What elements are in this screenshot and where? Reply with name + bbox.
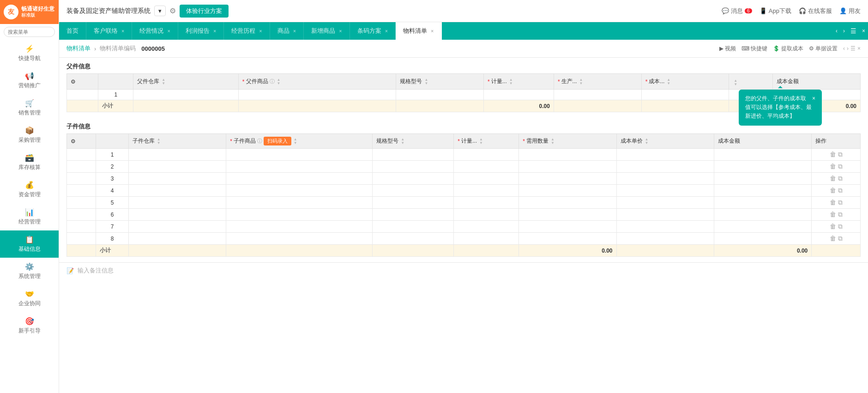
nav-prev-icon[interactable]: ‹ [843,45,845,52]
child-row-product-4[interactable] [226,185,373,197]
tab-home[interactable]: 首页 [59,22,86,40]
tab-history[interactable]: 经营历程 × [224,22,270,40]
tab-new-product-close[interactable]: × [339,28,342,34]
delete-icon-2[interactable]: 🗑 [830,163,836,170]
tab-customer[interactable]: 客户联络 × [86,22,132,40]
sidebar-item-purchase[interactable]: 📦 采购管理 [0,121,59,149]
tab-history-close[interactable]: × [259,28,262,34]
child-row-unit-5[interactable] [454,197,519,209]
app-download-item[interactable]: 📱 App下载 [760,7,791,15]
doc-settings-action[interactable]: ⚙ 单据设置 [809,45,838,53]
copy-icon-8[interactable]: ⧉ [838,235,843,242]
child-row-product-5[interactable] [226,197,373,209]
child-row-spec-2[interactable] [373,161,454,173]
system-dropdown[interactable]: ▾ [154,6,166,16]
child-row-unit-cost-2[interactable] [616,161,714,173]
copy-icon-1[interactable]: ⧉ [838,151,843,158]
sidebar-item-sales[interactable]: 🛒 销售管理 [0,94,59,121]
tooltip-close-button[interactable]: × [812,94,815,103]
sidebar-item-marketing[interactable]: 📢 营销推广 [0,67,59,94]
tab-profit[interactable]: 利润报告 × [178,22,224,40]
child-row-unit-6[interactable] [454,209,519,221]
trial-button[interactable]: 体验行业方案 [180,5,229,18]
delete-icon-1[interactable]: 🗑 [830,151,836,158]
child-row-warehouse-7[interactable] [128,221,226,233]
delete-icon-6[interactable]: 🗑 [830,211,836,218]
cost-action[interactable]: 💲 提取成本 [773,45,803,53]
sidebar-item-inventory[interactable]: 🗃️ 库存核算 [0,149,59,176]
sidebar-item-quick-nav[interactable]: ⚡ 快捷导航 [0,40,59,67]
child-row-unit-cost-1[interactable] [616,149,714,161]
child-row-warehouse-5[interactable] [128,197,226,209]
nav-list-icon[interactable]: ☰ [850,45,856,52]
delete-icon-3[interactable]: 🗑 [830,175,836,182]
parent-row-cost[interactable] [641,90,729,100]
breadcrumb-link[interactable]: 物料清单 [66,44,90,53]
tab-customer-close[interactable]: × [121,28,124,34]
child-row-unit-cost-4[interactable] [616,185,714,197]
child-row-unit-2[interactable] [454,161,519,173]
child-row-spec-4[interactable] [373,185,454,197]
copy-icon-4[interactable]: ⧉ [838,187,843,194]
child-row-spec-7[interactable] [373,221,454,233]
child-row-unit-1[interactable] [454,149,519,161]
child-row-unit-cost-5[interactable] [616,197,714,209]
child-row-warehouse-2[interactable] [128,161,226,173]
child-row-spec-8[interactable] [373,233,454,245]
sidebar-item-system[interactable]: ⚙️ 系统管理 [0,258,59,285]
child-row-unit-3[interactable] [454,173,519,185]
child-row-spec-3[interactable] [373,173,454,185]
copy-icon-3[interactable]: ⧉ [838,175,843,182]
tab-menu-icon[interactable]: ☰ [848,24,859,38]
child-row-spec-5[interactable] [373,197,454,209]
child-row-qty-2[interactable] [519,161,616,173]
tab-new-product[interactable]: 新增商品 × [304,22,350,40]
shortcut-action[interactable]: ⌨ 快捷键 [741,45,767,53]
delete-icon-8[interactable]: 🗑 [830,235,836,242]
child-row-unit-cost-3[interactable] [616,173,714,185]
child-row-product-8[interactable] [226,233,373,245]
parent-row-production[interactable] [554,90,641,100]
child-row-warehouse-4[interactable] [128,185,226,197]
tab-bom[interactable]: 物料清单 × [396,22,441,40]
child-row-qty-1[interactable] [519,149,616,161]
child-row-qty-7[interactable] [519,221,616,233]
tab-barcode[interactable]: 条码方案 × [350,22,396,40]
tab-operations[interactable]: 经营情况 × [132,22,178,40]
tab-product-close[interactable]: × [293,28,296,34]
note-hint[interactable]: 输入备注信息 [78,266,114,275]
sidebar-item-guide[interactable]: 🎯 新手引导 [0,312,59,339]
tab-next-arrow[interactable]: › [840,24,848,38]
tab-prev-arrow[interactable]: ‹ [833,24,840,38]
child-row-product-7[interactable] [226,221,373,233]
user-avatar-item[interactable]: 👤 用友 [839,7,861,15]
tab-profit-close[interactable]: × [213,28,216,34]
child-row-qty-4[interactable] [519,185,616,197]
delete-icon-4[interactable]: 🗑 [830,187,836,194]
child-settings-gear-icon[interactable]: ⚙ [71,138,76,145]
scan-button[interactable]: 扫码录入 [264,137,291,145]
child-row-unit-cost-7[interactable] [616,221,714,233]
child-row-unit-8[interactable] [454,233,519,245]
search-input[interactable] [4,27,55,37]
child-row-warehouse-8[interactable] [128,233,226,245]
video-action[interactable]: ▶ 视频 [719,45,736,53]
child-row-product-1[interactable] [226,149,373,161]
child-row-qty-3[interactable] [519,173,616,185]
child-row-product-2[interactable] [226,161,373,173]
copy-icon-6[interactable]: ⧉ [838,211,843,218]
tab-barcode-close[interactable]: × [385,28,388,34]
child-row-unit-cost-6[interactable] [616,209,714,221]
child-row-warehouse-3[interactable] [128,173,226,185]
child-row-qty-5[interactable] [519,197,616,209]
delete-icon-5[interactable]: 🗑 [830,199,836,206]
copy-icon-2[interactable]: ⧉ [838,163,843,170]
child-row-qty-8[interactable] [519,233,616,245]
parent-row-warehouse[interactable] [133,90,239,100]
online-service-item[interactable]: 🎧 在线客服 [799,7,832,15]
tab-bom-close[interactable]: × [431,28,434,34]
nav-close-icon[interactable]: × [857,45,861,52]
gear-icon[interactable]: ⚙ [169,6,176,15]
delete-icon-7[interactable]: 🗑 [830,223,836,230]
child-row-product-3[interactable] [226,173,373,185]
